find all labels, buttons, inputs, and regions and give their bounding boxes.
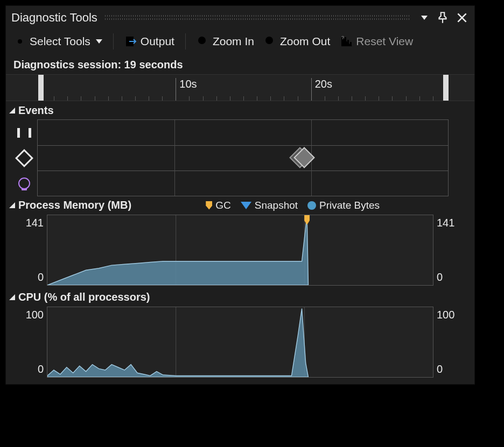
separator (185, 33, 186, 49)
events-row-snapshot (11, 145, 474, 171)
events-row-tips (11, 171, 474, 196)
diamond-icon (11, 152, 37, 165)
cpu-chart-wrap: 100 0 100 0 (6, 307, 474, 384)
events-lane-snapshot[interactable] (37, 145, 449, 171)
memory-legend: GC Snapshot Private Bytes (206, 200, 380, 211)
pin-button[interactable] (436, 11, 450, 25)
pause-icon (11, 128, 37, 138)
svg-line-11 (205, 43, 208, 46)
window-options-dropdown[interactable] (416, 11, 430, 25)
events-title: Events (18, 104, 54, 117)
reset-view-button[interactable]: ? Reset View (337, 33, 416, 50)
legend-gc: GC (206, 200, 231, 211)
reset-view-icon: ? (340, 35, 353, 48)
memory-chart-wrap: 141 0 141 0 (6, 215, 474, 288)
cpu-section-header[interactable]: CPU (% of all processors) (6, 288, 474, 307)
events-lane-tips[interactable] (37, 171, 449, 196)
output-button[interactable]: Output (121, 33, 178, 50)
session-duration-label: Diagnostics session: 19 seconds (6, 55, 474, 74)
memory-y-axis-right: 141 0 (433, 215, 469, 286)
zoom-in-icon (197, 35, 209, 48)
svg-point-10 (198, 37, 206, 44)
output-label: Output (141, 35, 174, 48)
gc-marker-icon (206, 201, 212, 210)
bulb-icon (11, 178, 37, 189)
zoom-out-button[interactable]: Zoom Out (261, 33, 333, 50)
private-bytes-icon (307, 201, 316, 210)
gear-icon (13, 35, 26, 48)
select-tools-label: Select Tools (30, 35, 90, 48)
svg-line-8 (23, 38, 24, 39)
titlebar: Diagnostic Tools (6, 6, 474, 30)
svg-line-15 (272, 43, 275, 46)
svg-point-14 (265, 37, 273, 44)
separator (113, 33, 114, 49)
svg-text:?: ? (341, 35, 344, 40)
cpu-y-axis-left: 100 0 (11, 307, 47, 378)
svg-line-5 (16, 38, 17, 39)
diagnostic-tools-window: Diagnostic Tools Select Tools Output Zoo… (5, 5, 475, 385)
timeline-ruler[interactable]: 10s20s (6, 74, 474, 101)
memory-section-header[interactable]: Process Memory (MB) GC Snapshot Private … (6, 196, 474, 215)
memory-title: Process Memory (MB) (18, 199, 131, 211)
cpu-chart[interactable] (47, 307, 433, 378)
cpu-y-axis-right: 100 0 (433, 307, 469, 378)
toolbar: Select Tools Output Zoom In Zoom Out ? R… (6, 30, 474, 55)
window-title: Diagnostic Tools (8, 9, 101, 27)
events-lane-break[interactable] (37, 119, 449, 146)
svg-line-7 (16, 44, 17, 45)
close-button[interactable] (455, 11, 469, 25)
reset-view-label: Reset View (356, 35, 413, 48)
legend-snapshot: Snapshot (241, 200, 298, 211)
timeline-ticks: 10s20s (40, 75, 446, 101)
memory-y-axis-left: 141 0 (11, 215, 47, 286)
events-row-break (11, 120, 474, 145)
cpu-title: CPU (% of all processors) (18, 291, 150, 303)
select-tools-button[interactable]: Select Tools (10, 33, 106, 50)
zoom-in-button[interactable]: Zoom In (193, 33, 257, 50)
timeline-major-tick: 10s (176, 78, 197, 101)
memory-chart[interactable] (47, 215, 433, 286)
svg-point-0 (18, 39, 22, 44)
collapse-triangle-icon (9, 108, 15, 113)
events-body (11, 120, 474, 196)
snapshot-marker-icon (241, 202, 251, 209)
legend-private-bytes: Private Bytes (307, 200, 380, 211)
drag-region[interactable] (105, 14, 411, 22)
output-icon (124, 35, 137, 48)
events-section-header[interactable]: Events (6, 101, 474, 120)
collapse-triangle-icon (9, 294, 15, 300)
gc-marker[interactable] (304, 215, 310, 225)
collapse-triangle-icon (9, 202, 15, 208)
timeline-major-tick: 20s (311, 78, 332, 101)
chevron-down-icon (96, 39, 102, 44)
svg-line-6 (23, 44, 24, 45)
zoom-in-label: Zoom In (213, 35, 254, 48)
zoom-out-icon (264, 35, 277, 48)
zoom-out-label: Zoom Out (280, 35, 330, 48)
